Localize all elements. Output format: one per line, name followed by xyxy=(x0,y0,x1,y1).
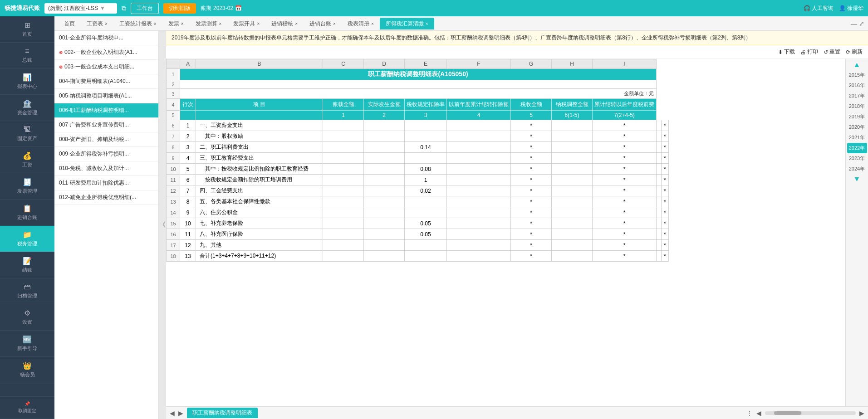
sheet-options-icon[interactable]: ⋮ xyxy=(746,409,753,417)
row-seq[interactable]: 11 xyxy=(180,229,196,240)
row-label[interactable]: 一、工资薪金支出 xyxy=(196,120,323,131)
data-cell-1[interactable] xyxy=(364,229,405,240)
data-cell-7[interactable] xyxy=(657,142,662,153)
sheet-nav-prev[interactable]: ◀ xyxy=(170,409,175,417)
sidebar-item-fixed-assets[interactable]: 🏗 固定资产 xyxy=(0,121,54,147)
support-link[interactable]: 🎧 人工客询 xyxy=(804,5,834,12)
data-cell-5[interactable] xyxy=(552,120,593,131)
data-cell-2[interactable]: 0.05 xyxy=(405,218,447,229)
sidebar-item-reports[interactable]: 📊 报表中心 xyxy=(0,68,54,95)
year-button[interactable]: 2017年 xyxy=(847,91,867,101)
tab-close-payroll[interactable]: × xyxy=(105,21,108,26)
row-label[interactable]: 七、补充养老保险 xyxy=(196,218,323,229)
list-item-002[interactable]: ⊗ 002-一般企业收入明细表(A1... xyxy=(54,45,158,60)
data-cell-7[interactable] xyxy=(657,164,662,175)
data-cell-2[interactable] xyxy=(405,240,447,251)
data-cell-6[interactable]: * xyxy=(593,251,657,262)
data-cell-6[interactable]: * xyxy=(593,175,657,185)
tab-invoice-open[interactable]: 发票开具 × xyxy=(227,18,265,29)
tab-invoice[interactable]: 发票 × xyxy=(162,18,190,29)
data-cell-1[interactable] xyxy=(364,164,405,175)
tab-close-payroll-report[interactable]: × xyxy=(154,21,157,26)
data-cell-2[interactable] xyxy=(405,207,447,218)
year-button[interactable]: 2018年 xyxy=(847,101,867,112)
data-cell-5[interactable] xyxy=(552,153,593,164)
data-cell-0[interactable] xyxy=(323,207,364,218)
list-item-006[interactable]: 006-职工薪酬纳税调整明细... xyxy=(54,103,158,118)
data-cell-8[interactable]: * xyxy=(662,229,669,240)
sidebar-item-home[interactable]: ⊞ 首页 xyxy=(0,16,54,43)
data-cell-3[interactable] xyxy=(447,196,511,207)
data-cell-5[interactable] xyxy=(552,185,593,196)
row-label[interactable]: 八、补充医疗保险 xyxy=(196,229,323,240)
tab-purchase-verify[interactable]: 进销稽核 × xyxy=(265,18,304,29)
download-button[interactable]: ⬇ 下载 xyxy=(778,48,795,56)
year-button[interactable]: 2015年 xyxy=(847,70,867,80)
data-cell-5[interactable] xyxy=(552,229,593,240)
sidebar-item-guide[interactable]: 🆕 新手引导 xyxy=(0,331,54,357)
data-cell-7[interactable] xyxy=(657,218,662,229)
row-label[interactable]: 其中：按税收规定比例扣除的职工教育经费 xyxy=(196,164,323,175)
data-cell-3[interactable] xyxy=(447,240,511,251)
sidebar-item-settings[interactable]: ⚙ 设置 xyxy=(0,304,54,331)
list-item-007[interactable]: 007-广告费和业务宣传费明... xyxy=(54,118,158,132)
list-item-012[interactable]: 012-减免企业所得税优惠明细(... xyxy=(54,190,158,205)
row-seq[interactable]: 1 xyxy=(180,120,196,131)
data-cell-2[interactable]: 1 xyxy=(405,175,447,185)
row-seq[interactable]: 6 xyxy=(180,175,196,185)
switch-old-button[interactable]: 切到旧版 xyxy=(163,3,196,14)
data-cell-5[interactable] xyxy=(552,251,593,262)
year-button[interactable]: 2019年 xyxy=(847,112,867,122)
list-item-010[interactable]: 010-免税、减收收入及加计... xyxy=(54,161,158,176)
data-cell-4[interactable]: * xyxy=(511,240,552,251)
tab-close-purchase-ledger[interactable]: × xyxy=(333,21,336,26)
row-label[interactable]: 九、其他 xyxy=(196,240,323,251)
tab-close-purchase-verify[interactable]: × xyxy=(295,21,298,26)
data-cell-7[interactable] xyxy=(657,175,662,185)
data-cell-8[interactable]: * xyxy=(662,142,669,153)
data-cell-8[interactable]: * xyxy=(662,131,669,142)
list-item-004[interactable]: 004-期间费用明细表(A1040... xyxy=(54,74,158,89)
data-cell-4[interactable]: * xyxy=(511,175,552,185)
data-cell-6[interactable]: * xyxy=(593,196,657,207)
data-cell-0[interactable] xyxy=(323,218,364,229)
copy-icon[interactable]: ⧉ xyxy=(122,5,126,12)
data-cell-0[interactable] xyxy=(323,131,364,142)
data-cell-5[interactable] xyxy=(552,240,593,251)
data-cell-6[interactable]: * xyxy=(593,240,657,251)
data-cell-1[interactable] xyxy=(364,251,405,262)
data-cell-1[interactable] xyxy=(364,175,405,185)
tab-payroll-report[interactable]: 工资统计报表 × xyxy=(113,18,162,29)
data-cell-8[interactable]: * xyxy=(662,218,669,229)
scroll-right[interactable]: ▶ xyxy=(859,409,864,417)
print-button[interactable]: 🖨 打印 xyxy=(800,48,818,56)
year-nav-up[interactable]: ▲ xyxy=(853,61,861,69)
data-cell-1[interactable] xyxy=(364,185,405,196)
data-cell-5[interactable] xyxy=(552,196,593,207)
row-label[interactable]: 按税收规定全额扣除的职工培训费用 xyxy=(196,175,323,185)
data-cell-3[interactable] xyxy=(447,131,511,142)
data-cell-6[interactable]: * xyxy=(593,218,657,229)
data-cell-0[interactable] xyxy=(323,229,364,240)
row-label[interactable]: 六、住房公积金 xyxy=(196,207,323,218)
data-cell-4[interactable]: * xyxy=(511,196,552,207)
data-cell-6[interactable]: * xyxy=(593,207,657,218)
data-cell-1[interactable] xyxy=(364,196,405,207)
row-seq[interactable]: 12 xyxy=(180,240,196,251)
data-cell-0[interactable] xyxy=(323,142,364,153)
data-cell-4[interactable]: * xyxy=(511,120,552,131)
row-label[interactable]: 三、职工教育经费支出 xyxy=(196,153,323,164)
data-cell-6[interactable]: * xyxy=(593,185,657,196)
row-seq[interactable]: 7 xyxy=(180,185,196,196)
data-cell-7[interactable] xyxy=(657,120,662,131)
data-cell-8[interactable]: * xyxy=(662,251,669,262)
tab-payroll[interactable]: 工资表 × xyxy=(81,18,113,29)
data-cell-3[interactable] xyxy=(447,175,511,185)
sidebar-item-tax[interactable]: 📁 税务管理 xyxy=(0,226,54,252)
data-cell-5[interactable] xyxy=(552,175,593,185)
data-cell-5[interactable] xyxy=(552,207,593,218)
tab-income-tax[interactable]: 所得税汇算清缴 × xyxy=(380,18,434,29)
data-cell-4[interactable]: * xyxy=(511,164,552,175)
data-cell-1[interactable] xyxy=(364,207,405,218)
row-seq[interactable]: 8 xyxy=(180,196,196,207)
